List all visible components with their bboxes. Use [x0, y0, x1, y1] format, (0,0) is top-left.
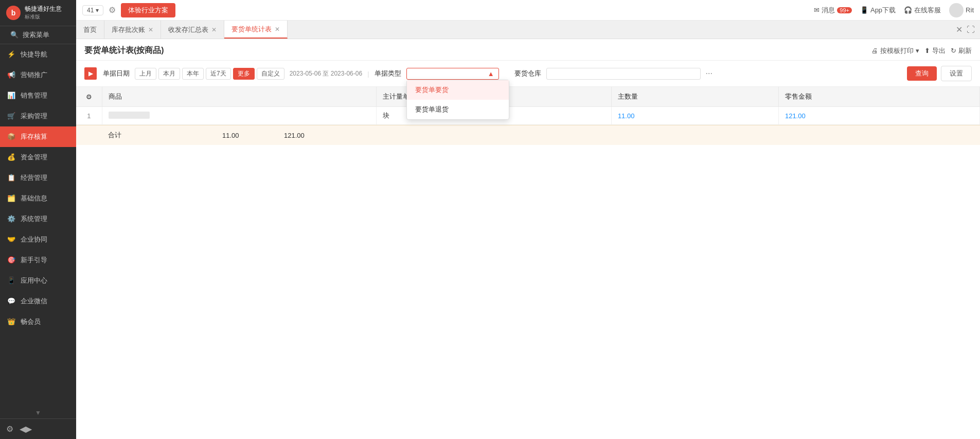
expand-tabs-icon[interactable]: ⛶: [967, 25, 975, 34]
cell-amount[interactable]: 121.00: [778, 107, 979, 125]
date-btn-custom[interactable]: 自定义: [257, 68, 284, 80]
header-right: ✉ 消息 99+ 📱 App下载 🎧 在线客服 Rit: [814, 3, 974, 17]
sidebar-bottom: ⚙ ◀▶: [0, 418, 76, 439]
tab-demand-stat[interactable]: 要货单统计表 ✕: [224, 21, 288, 39]
tab-home[interactable]: 首页: [76, 21, 104, 39]
sidebar-item-appcenter[interactable]: 📱 应用中心: [0, 270, 76, 291]
user-avatar-button[interactable]: Rit: [949, 3, 974, 17]
export-button[interactable]: ⬆ 导出: [924, 46, 946, 56]
filter-area: ▶ 单据日期 上月 本月 本年 近7天 更多 自定义 2023-05-06 至 …: [76, 61, 980, 87]
top-header: 41 ▾ ⚙ 体验行业方案 ✉ 消息 99+ 📱 App下载 🎧 在线客服 R: [76, 0, 980, 21]
table-settings-icon[interactable]: ⚙: [86, 93, 92, 101]
close-inventory-batch-icon[interactable]: ✕: [148, 26, 153, 33]
date-btn-7days[interactable]: 近7天: [206, 68, 231, 80]
type-filter-label: 单据类型: [375, 69, 401, 78]
sidebar-search[interactable]: 🔍 搜索菜单: [0, 26, 76, 44]
close-demand-stat-icon[interactable]: ✕: [275, 26, 280, 33]
sidebar-item-marketing[interactable]: 📢 营销推广: [0, 65, 76, 85]
sidebar-item-vip[interactable]: 👑 畅会员: [0, 312, 76, 332]
type-select-value: [411, 70, 413, 78]
sidebar-scroll-down[interactable]: ▼: [0, 407, 76, 418]
sidebar-item-system[interactable]: ⚙️ 系统管理: [0, 209, 76, 229]
refresh-icon: ↻: [951, 47, 956, 54]
close-receive-summary-icon[interactable]: ✕: [211, 26, 217, 33]
page-actions: 🖨 按模板打印 ▾ ⬆ 导出 ↻ 刷新: [871, 46, 972, 56]
service-icon: 🎧: [904, 6, 912, 14]
footer-amount: 121.00: [278, 132, 340, 139]
filter-toggle-button[interactable]: ▶: [84, 67, 97, 80]
table-header-row: ⚙ 商品 主计量单位 主数量 零售金额: [76, 87, 980, 107]
dropdown-item-return[interactable]: 要货单退货: [407, 100, 509, 119]
table-area: ⚙ 商品 主计量单位 主数量 零售金额 1 块: [76, 87, 980, 125]
sidebar-item-operations[interactable]: 📋 经营管理: [0, 168, 76, 188]
footer-qty: 11.00: [216, 132, 278, 139]
download-icon: 📱: [860, 6, 868, 14]
header-gear-icon[interactable]: ⚙: [109, 5, 116, 15]
date-btn-this-year[interactable]: 本年: [182, 68, 204, 80]
purchase-icon: 🛒: [6, 111, 16, 121]
date-btn-this-month[interactable]: 本月: [158, 68, 180, 80]
sales-icon: 📊: [6, 90, 16, 101]
date-filter-label: 单据日期: [103, 69, 130, 78]
system-icon: ⚙️: [6, 214, 16, 224]
sidebar-item-wechat[interactable]: 💬 企业微信: [0, 291, 76, 312]
footer-label: 合计: [82, 131, 195, 140]
branch-dropdown[interactable]: 41 ▾: [82, 5, 103, 15]
dropdown-item-requisition[interactable]: 要货单要货: [407, 80, 509, 100]
sidebar-item-sales[interactable]: 📊 销售管理: [0, 85, 76, 106]
newbie-icon: 🎯: [6, 255, 16, 265]
print-button[interactable]: 🖨 按模板打印 ▾: [871, 46, 919, 56]
filter-row: 单据日期 上月 本月 本年 近7天 更多 自定义 2023-05-06 至 20…: [103, 66, 972, 81]
enterprise-icon: 🤝: [6, 234, 16, 245]
cell-qty[interactable]: 11.00: [611, 107, 778, 125]
sidebar-item-basic[interactable]: 🗂️ 基础信息: [0, 188, 76, 209]
shortcut-icon: ⚡: [6, 49, 16, 60]
warehouse-filter-label: 要货仓库: [514, 69, 541, 78]
sidebar-item-shortcut[interactable]: ⚡ 快捷导航: [0, 44, 76, 65]
cell-seq: 1: [76, 107, 102, 125]
sidebar-nav: ⚡ 快捷导航 📢 营销推广 📊 销售管理 🛒 采购管理 📦 库存核算 💰 资金管…: [0, 44, 76, 407]
sidebar: b 畅捷通好生意 标准版 🔍 搜索菜单 ⚡ 快捷导航 📢 营销推广 📊 销售管理…: [0, 0, 76, 439]
marketing-icon: 📢: [6, 70, 16, 80]
warehouse-input[interactable]: [546, 68, 701, 80]
menu-toggle-icon[interactable]: ◀▶: [20, 424, 32, 434]
tabs-actions: ✕ ⛶: [951, 21, 980, 39]
online-service-button[interactable]: 🎧 在线客服: [904, 6, 941, 15]
sidebar-item-enterprise[interactable]: 🤝 企业协同: [0, 229, 76, 250]
col-amount: 零售金额: [778, 87, 979, 107]
operations-icon: 📋: [6, 173, 16, 183]
date-btn-last-month[interactable]: 上月: [135, 68, 156, 80]
type-dropdown: 要货单要货 要货单退货: [406, 80, 509, 120]
sidebar-item-inventory[interactable]: 📦 库存核算: [0, 126, 76, 147]
table-row: 1 块 11.00 121.00: [76, 107, 980, 125]
trial-button[interactable]: 体验行业方案: [121, 3, 175, 17]
sidebar-item-newbie[interactable]: 🎯 新手引导: [0, 250, 76, 270]
sidebar-item-purchase[interactable]: 🛒 采购管理: [0, 106, 76, 126]
type-select-chevron-icon: ▲: [488, 70, 494, 78]
query-button[interactable]: 查询: [907, 66, 937, 81]
col-qty: 主数量: [611, 87, 778, 107]
app-logo-icon: b: [6, 6, 21, 20]
type-select[interactable]: ▲: [406, 68, 499, 80]
date-btn-more[interactable]: 更多: [233, 68, 255, 80]
refresh-button[interactable]: ↻ 刷新: [951, 46, 972, 56]
search-icon: 🔍: [10, 31, 19, 39]
col-settings[interactable]: ⚙: [76, 87, 102, 107]
tab-receive-summary[interactable]: 收发存汇总表 ✕: [161, 21, 224, 39]
sidebar-item-finance[interactable]: 💰 资金管理: [0, 147, 76, 168]
app-name: 畅捷通好生意: [25, 5, 62, 13]
settings-bottom-icon[interactable]: ⚙: [6, 424, 13, 434]
tab-inventory-batch[interactable]: 库存批次账 ✕: [104, 21, 161, 39]
dropdown-chevron-icon: ▾: [96, 7, 99, 14]
header-left: 41 ▾ ⚙ 体验行业方案: [82, 3, 175, 17]
date-range-text: 2023-05-06 至 2023-06-06: [290, 69, 362, 78]
app-download-button[interactable]: 📱 App下载: [860, 6, 896, 15]
close-all-tabs-icon[interactable]: ✕: [956, 25, 963, 34]
page-content: 要货单统计表(按商品) 🖨 按模板打印 ▾ ⬆ 导出 ↻ 刷新 ▶: [76, 39, 980, 439]
avatar: [949, 3, 964, 17]
messages-button[interactable]: ✉ 消息 99+: [814, 6, 852, 15]
page-title: 要货单统计表(按商品): [84, 45, 164, 56]
wechat-icon: 💬: [6, 296, 16, 306]
settings-button[interactable]: 设置: [941, 66, 972, 81]
warehouse-more-icon[interactable]: ···: [706, 69, 712, 78]
